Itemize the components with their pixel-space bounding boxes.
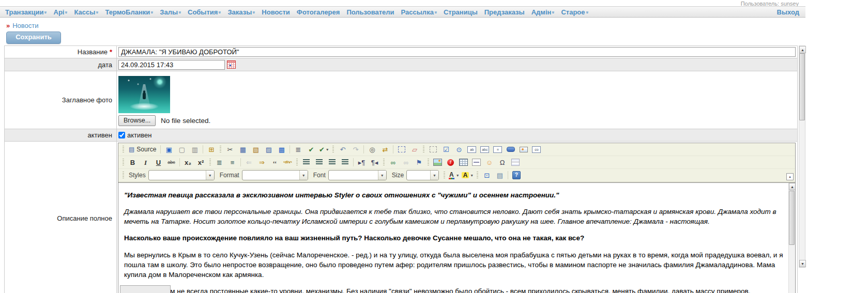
image-button-icon[interactable]: [517, 145, 529, 154]
nav-item-транзакции[interactable]: Транзакции»: [5, 8, 47, 16]
undo-icon[interactable]: ↶: [337, 145, 348, 154]
show-blocks-icon[interactable]: ▤: [494, 171, 506, 180]
nav-item-кассы[interactable]: Кассы»: [74, 8, 98, 16]
italic-icon[interactable]: I: [140, 158, 151, 167]
format-combo[interactable]: Format▼: [220, 170, 308, 180]
nav-item-адмін[interactable]: Адмін»: [531, 8, 555, 16]
logout-link[interactable]: Выход: [777, 8, 799, 16]
page-scrollbar[interactable]: ▲ ▼: [799, 45, 805, 268]
font-combo-value[interactable]: ▼: [328, 170, 387, 180]
nav-item-заказы[interactable]: Заказы»: [227, 8, 255, 16]
nav-item-термобланки[interactable]: ТермоБланки»: [105, 8, 153, 16]
templates-icon[interactable]: ⊞: [205, 145, 217, 154]
nav-item-страницы[interactable]: Страницы: [444, 8, 478, 16]
button-icon[interactable]: [505, 145, 516, 154]
paste-icon[interactable]: ▧: [250, 145, 262, 154]
combo-arrow-icon[interactable]: ▼: [206, 171, 214, 180]
source-button[interactable]: ▤Source: [126, 145, 159, 154]
size-combo-value[interactable]: ▼: [406, 170, 439, 180]
hidden-field-icon[interactable]: co: [530, 145, 542, 154]
copy-icon[interactable]: ▦: [237, 145, 249, 154]
find-icon[interactable]: ◎: [366, 145, 378, 154]
subscript-icon[interactable]: x₂: [182, 158, 194, 167]
nav-item-новости[interactable]: Новости: [262, 8, 290, 16]
editor-scrollbar[interactable]: ▲: [788, 183, 795, 293]
bidi-ltr-icon[interactable]: ▸¶: [356, 158, 368, 167]
nav-item-фотогалерея[interactable]: Фотогалерея: [297, 8, 340, 16]
about-icon[interactable]: ?: [510, 171, 522, 180]
nav-item-пользователи[interactable]: Пользователи: [346, 8, 394, 16]
combo-arrow-icon[interactable]: ▼: [430, 171, 438, 180]
paste-from-word-icon[interactable]: ▩: [276, 145, 287, 154]
background-color-icon[interactable]: A▼: [461, 171, 475, 180]
bidi-rtl-icon[interactable]: ¶◂: [369, 158, 380, 167]
nav-item-залы[interactable]: Залы»: [160, 8, 181, 16]
size-combo[interactable]: Size▼: [392, 170, 439, 180]
page-break-icon[interactable]: [509, 158, 521, 167]
nav-item-события[interactable]: События»: [188, 8, 221, 16]
remove-format-icon[interactable]: ▱: [408, 145, 420, 154]
indent-icon[interactable]: ⇒: [256, 158, 268, 167]
styles-combo[interactable]: Styles▼: [129, 170, 215, 180]
editor-scroll-thumb[interactable]: [789, 191, 795, 245]
align-center-icon[interactable]: [313, 158, 325, 167]
superscript-icon[interactable]: x²: [195, 158, 207, 167]
page-scroll-up-icon[interactable]: ▲: [799, 46, 806, 53]
nav-item-предзаказы[interactable]: Предзаказы: [484, 8, 525, 16]
preview-icon[interactable]: ▥: [189, 145, 201, 154]
table-icon[interactable]: [458, 158, 469, 167]
date-input[interactable]: [118, 60, 225, 70]
div-container-icon[interactable]: ‹div›: [282, 158, 294, 167]
combo-arrow-icon[interactable]: ▼: [299, 171, 308, 180]
styles-combo-value[interactable]: ▼: [148, 170, 215, 180]
replace-icon[interactable]: ⇄: [379, 145, 391, 154]
scayt-icon[interactable]: ✔▼: [318, 145, 330, 154]
maximize-icon[interactable]: ⊡: [481, 171, 493, 180]
editor-text[interactable]: "Известная певица рассказала в эксклюзив…: [118, 183, 788, 293]
underline-icon[interactable]: U: [153, 158, 164, 167]
new-page-icon[interactable]: ▢: [176, 145, 188, 154]
image-icon[interactable]: [432, 158, 444, 167]
paste-text-icon[interactable]: ▨: [263, 145, 275, 154]
calendar-icon[interactable]: [227, 60, 236, 69]
text-color-icon[interactable]: A▼: [448, 171, 460, 180]
radio-icon[interactable]: ⊙: [453, 145, 465, 154]
cut-icon[interactable]: ✂: [224, 145, 236, 154]
special-char-icon[interactable]: Ω: [496, 158, 508, 167]
nav-item-старое[interactable]: Старое»: [561, 8, 588, 16]
link-icon[interactable]: ∞: [387, 158, 399, 167]
save-button[interactable]: Сохранить: [6, 32, 61, 44]
outdent-icon[interactable]: ⇐: [243, 158, 255, 167]
align-right-icon[interactable]: [326, 158, 338, 167]
page-scroll-down-icon[interactable]: ▼: [799, 260, 806, 267]
font-combo[interactable]: Font▼: [313, 170, 387, 180]
flash-icon[interactable]: f: [445, 158, 456, 167]
numbered-list-icon[interactable]: ≣: [214, 158, 225, 167]
editor-scroll-up-icon[interactable]: ▲: [789, 183, 795, 190]
align-left-icon[interactable]: [300, 158, 312, 167]
combo-arrow-icon[interactable]: ▼: [378, 171, 386, 180]
strikethrough-icon[interactable]: abc: [165, 158, 177, 167]
bold-icon[interactable]: B: [127, 158, 139, 167]
spellcheck-icon[interactable]: ✔: [305, 145, 317, 154]
active-checkbox[interactable]: [118, 132, 125, 138]
save-icon[interactable]: ▣: [163, 145, 175, 154]
nav-item-рассылка[interactable]: Рассылка»: [401, 8, 437, 16]
page-scroll-thumb[interactable]: [799, 53, 805, 120]
format-combo-value[interactable]: ▼: [242, 170, 308, 180]
horizontal-rule-icon[interactable]: [470, 158, 482, 167]
breadcrumb-link-news[interactable]: Новости: [12, 22, 38, 29]
text-field-icon[interactable]: ab: [466, 145, 478, 154]
toolbar-collapse-button[interactable]: ▴: [786, 173, 794, 180]
anchor-icon[interactable]: ⚑: [413, 158, 425, 167]
unlink-icon[interactable]: ∞: [400, 158, 412, 167]
redo-icon[interactable]: ↷: [349, 145, 361, 154]
title-input[interactable]: [118, 47, 796, 57]
browse-button[interactable]: Browse...: [118, 115, 156, 126]
blockquote-icon[interactable]: “: [269, 158, 281, 167]
align-justify-icon[interactable]: [339, 158, 351, 167]
textarea-icon[interactable]: abc: [479, 145, 491, 154]
select-field-icon[interactable]: ≡: [492, 145, 504, 154]
print-icon[interactable]: ≣: [292, 145, 304, 154]
bulleted-list-icon[interactable]: ≡: [226, 158, 238, 167]
